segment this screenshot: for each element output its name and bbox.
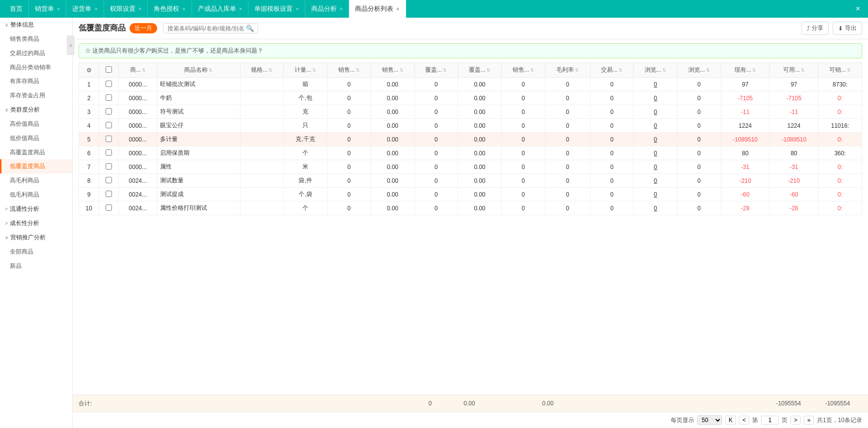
row-checkbox[interactable] xyxy=(99,174,119,188)
row-browse1[interactable]: 0 xyxy=(634,133,678,146)
col-header-sales_amt[interactable]: 销售...⇅ xyxy=(371,63,414,78)
row-select-checkbox[interactable] xyxy=(106,191,112,197)
col-header-sales_qty[interactable]: 销售...⇅ xyxy=(327,63,371,78)
col-header-settings[interactable]: ⚙ xyxy=(79,63,99,78)
browse-link[interactable]: 0 xyxy=(654,205,657,212)
browse-link[interactable]: 0 xyxy=(654,136,657,143)
sidebar-section-2[interactable]: >流通性分析 xyxy=(0,202,72,216)
tab-close-icon[interactable]: × xyxy=(182,6,185,12)
search-icon[interactable]: 🔍 xyxy=(246,25,254,32)
browse-link[interactable]: 0 xyxy=(654,122,657,129)
browse-link[interactable]: 0 xyxy=(654,109,657,115)
row-browse1[interactable]: 0 xyxy=(634,91,678,105)
settings-icon[interactable]: ⚙ xyxy=(86,67,92,74)
sidebar-item-高价值商品[interactable]: 高价值商品 xyxy=(0,117,72,131)
last-page-button[interactable]: » xyxy=(804,416,814,425)
time-filter-button[interactable]: 近一月 xyxy=(130,23,157,33)
row-select-checkbox[interactable] xyxy=(106,177,112,183)
col-header-browse2[interactable]: 浏览...⇅ xyxy=(678,63,721,78)
sidebar-item-高毛利商品[interactable]: 高毛利商品 xyxy=(0,173,72,188)
row-checkbox[interactable] xyxy=(99,105,119,119)
sidebar-item-低价值商品[interactable]: 低价值商品 xyxy=(0,131,72,145)
row-checkbox[interactable] xyxy=(99,91,119,105)
col-header-coverage2[interactable]: 覆盖...⇅ xyxy=(458,63,502,78)
col-header-gross_margin[interactable]: 毛利率⇅ xyxy=(545,63,590,78)
col-header-transaction[interactable]: 交易...⇅ xyxy=(590,63,634,78)
row-select-checkbox[interactable] xyxy=(106,204,112,211)
sidebar-section-3[interactable]: >成长性分析 xyxy=(0,216,72,230)
per-page-select[interactable]: 2050100 xyxy=(697,415,722,425)
row-browse1[interactable]: 0 xyxy=(634,119,678,133)
col-header-unit[interactable]: 计量...⇅ xyxy=(284,63,327,78)
tab-close-icon[interactable]: × xyxy=(239,6,242,12)
row-select-checkbox[interactable] xyxy=(106,149,112,156)
row-browse1[interactable]: 0 xyxy=(634,78,678,91)
col-header-current_stock[interactable]: 现有...⇅ xyxy=(721,63,769,78)
sidebar-item-低覆盖度商品[interactable]: 低覆盖度商品 xyxy=(0,159,72,173)
sidebar-collapse-button[interactable]: « xyxy=(67,35,75,55)
browse-link[interactable]: 0 xyxy=(654,95,657,102)
sidebar-item-交易过的商品[interactable]: 交易过的商品 xyxy=(0,46,72,60)
col-header-code[interactable]: 商...⇅ xyxy=(119,63,157,78)
nav-tab-产成品入库单[interactable]: 产成品入库单× xyxy=(192,0,248,18)
row-checkbox[interactable] xyxy=(99,188,119,201)
sidebar-item-低毛利商品[interactable]: 低毛利商品 xyxy=(0,188,72,202)
row-checkbox[interactable] xyxy=(99,201,119,215)
tab-close-icon[interactable]: × xyxy=(396,6,399,12)
first-page-button[interactable]: K xyxy=(725,416,736,425)
nav-tab-单据模板设置[interactable]: 单据模板设置× xyxy=(248,0,305,18)
row-checkbox[interactable] xyxy=(99,133,119,146)
col-header-saleable[interactable]: 可销...⇅ xyxy=(818,63,862,78)
nav-tab-销货单[interactable]: 销货单× xyxy=(29,0,66,18)
sidebar-item-有库存商品[interactable]: 有库存商品 xyxy=(0,74,72,88)
sidebar-item-高覆盖度商品[interactable]: 高覆盖度商品 xyxy=(0,145,72,160)
browse-link[interactable]: 0 xyxy=(654,150,657,157)
nav-tab-权限设置[interactable]: 权限设置× xyxy=(104,0,148,18)
nav-tab-商品分析[interactable]: 商品分析× xyxy=(305,0,349,18)
nav-tab-商品分析列表[interactable]: 商品分析列表× xyxy=(349,0,406,18)
tab-close-icon[interactable]: × xyxy=(340,6,343,12)
page-number-input[interactable] xyxy=(761,416,779,425)
col-header-available_stock[interactable]: 可用...⇅ xyxy=(770,63,818,78)
row-browse1[interactable]: 0 xyxy=(634,160,678,174)
sidebar-item-销售类商品[interactable]: 销售类商品 xyxy=(0,32,72,46)
browse-link[interactable]: 0 xyxy=(654,81,657,88)
row-select-checkbox[interactable] xyxy=(106,122,112,128)
row-browse1[interactable]: 0 xyxy=(634,146,678,160)
row-checkbox[interactable] xyxy=(99,119,119,133)
row-browse1[interactable]: 0 xyxy=(634,105,678,119)
col-header-sales_count[interactable]: 销售...⇅ xyxy=(502,63,545,78)
row-checkbox[interactable] xyxy=(99,146,119,160)
tab-close-icon[interactable]: × xyxy=(296,6,298,12)
row-select-checkbox[interactable] xyxy=(106,108,112,114)
nav-tab-进货单[interactable]: 进货单× xyxy=(66,0,104,18)
tab-close-icon[interactable]: × xyxy=(94,6,97,12)
row-select-checkbox[interactable] xyxy=(106,81,112,87)
browse-link[interactable]: 0 xyxy=(654,164,657,171)
tab-close-icon[interactable]: × xyxy=(138,6,141,12)
row-browse1[interactable]: 0 xyxy=(634,174,678,188)
col-header-checkbox[interactable] xyxy=(99,63,119,78)
browse-link[interactable]: 0 xyxy=(654,177,657,184)
prev-page-button[interactable]: < xyxy=(739,416,749,425)
col-header-coverage1[interactable]: 覆盖...⇅ xyxy=(414,63,458,78)
nav-tab-首页[interactable]: 首页 xyxy=(4,0,29,18)
col-header-spec[interactable]: 规格...⇅ xyxy=(240,63,284,78)
search-input[interactable] xyxy=(167,25,246,32)
row-select-checkbox[interactable] xyxy=(106,94,112,101)
export-button[interactable]: ⬇ 导出 xyxy=(833,22,862,35)
row-select-checkbox[interactable] xyxy=(106,163,112,170)
sidebar-item-新品[interactable]: 新品 xyxy=(0,259,72,273)
close-all-button[interactable]: × xyxy=(852,4,864,13)
tab-close-icon[interactable]: × xyxy=(57,6,60,12)
sidebar-section-0[interactable]: ∨整体信息 xyxy=(0,18,72,32)
share-button[interactable]: ⤴ 分享 xyxy=(801,22,829,35)
col-header-browse1[interactable]: 浏览...⇅ xyxy=(634,63,678,78)
col-header-name[interactable]: 商品名称⇅ xyxy=(157,63,240,78)
nav-tab-角色授权[interactable]: 角色授权× xyxy=(148,0,191,18)
row-checkbox[interactable] xyxy=(99,78,119,91)
row-browse1[interactable]: 0 xyxy=(634,188,678,201)
row-checkbox[interactable] xyxy=(99,160,119,174)
next-page-button[interactable]: > xyxy=(790,416,801,425)
sidebar-item-库存资金占用[interactable]: 库存资金占用 xyxy=(0,88,72,103)
